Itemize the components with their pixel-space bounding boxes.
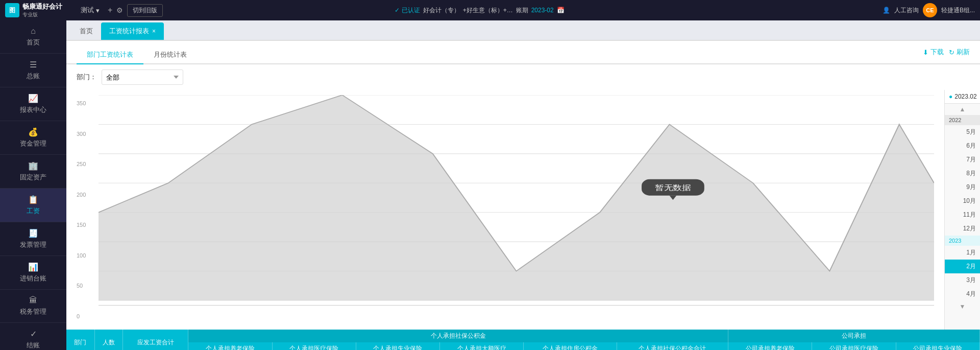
header-user: 👤 人工咨询 CE 轻捷通B组... — [883, 3, 975, 17]
month-sep[interactable]: 9月 — [945, 180, 980, 194]
sub-col-4: 个人承担住房公积金 — [524, 342, 617, 350]
salary-icon: 📋 — [28, 195, 38, 204]
gear-icon[interactable]: ⚙ — [116, 6, 123, 14]
tab-close-icon[interactable]: × — [152, 28, 156, 35]
y-label-100: 100 — [77, 252, 94, 259]
date-panel: ● 2023.02 ▲ 2022 5月 6月 7月 8月 9月 10月 11月 … — [944, 90, 980, 330]
date-nav-up[interactable]: ▲ — [945, 104, 980, 115]
date-dot: ● — [949, 93, 952, 100]
page-content: 部门工资统计表 月份统计表 ⬇ 下载 ↻ 刷新 部门： — [66, 41, 980, 350]
toolbar-right: ⬇ 下载 ↻ 刷新 — [923, 48, 970, 57]
y-label-150: 150 — [77, 222, 94, 228]
month-mar-2023[interactable]: 3月 — [945, 273, 980, 287]
home-icon: ⌂ — [31, 27, 36, 36]
sidebar-item-settle[interactable]: ✓ 结账 — [0, 323, 66, 350]
dept-label: 部门： — [77, 73, 96, 82]
sidebar-label-tax: 税务管理 — [20, 307, 46, 316]
ai-consult-label[interactable]: 人工咨询 — [894, 6, 919, 15]
tab-bar: 首页 工资统计报表 × — [66, 20, 980, 41]
sidebar-item-home[interactable]: ⌂ 首页 — [0, 20, 66, 54]
sidebar-label-ledger: 总账 — [27, 72, 40, 81]
sidebar-item-funds[interactable]: 💰 资金管理 — [0, 121, 66, 155]
invoice-icon: 🧾 — [28, 228, 38, 238]
sidebar-label-settle: 结账 — [27, 341, 40, 350]
sub-tab-dept[interactable]: 部门工资统计表 — [77, 46, 143, 64]
tab-salary-report[interactable]: 工资统计报表 × — [101, 22, 164, 40]
col-headcount: 人数 — [94, 330, 123, 350]
sidebar-item-ledger[interactable]: ☰ 总账 — [0, 54, 66, 87]
sub-col-5: 个人承担社保公积金合计 — [617, 342, 728, 350]
header-tabs: 测试 ▾ + ⚙ 切到旧版 — [71, 4, 395, 17]
sidebar-item-invoice[interactable]: 🧾 发票管理 — [0, 222, 66, 256]
avatar: CE — [923, 3, 937, 17]
dept-select[interactable]: 全部 销售部 财务部 行政部 — [102, 69, 183, 85]
toolbar-left: 部门： 全部 销售部 财务部 行政部 — [77, 69, 183, 85]
sub-col-7: 公司承担医疗保险 — [812, 342, 896, 350]
footer-table: 部门 人数 应发工资合计 个人承担社保公积金 — [66, 330, 980, 350]
month-apr-2023[interactable]: 4月 — [945, 287, 980, 301]
sidebar-label-invoice: 发票管理 — [20, 240, 46, 249]
tab-label: 测试 — [81, 6, 94, 15]
refresh-btn[interactable]: ↻ 刷新 — [949, 48, 970, 57]
month-feb-2023-active[interactable]: 2月 — [945, 260, 980, 273]
sidebar-label-salary: 工资 — [27, 206, 40, 216]
tab-home[interactable]: 首页 — [71, 22, 101, 40]
col-personal-group: 个人承担社保公积金 — [188, 330, 728, 342]
sidebar-item-salary[interactable]: 📋 工资 — [0, 189, 66, 222]
refresh-icon: ↻ — [949, 49, 954, 56]
main-layout: ⌂ 首页 ☰ 总账 📈 报表中心 💰 资金管理 🏢 固定资产 📋 工资 🧾 发票… — [0, 20, 980, 350]
date-nav-down[interactable]: ▼ — [945, 301, 980, 312]
month-oct[interactable]: 10月 — [945, 194, 980, 208]
good-accounting-label: 好会计（专） — [423, 6, 460, 15]
month-nov[interactable]: 11月 — [945, 208, 980, 222]
sidebar-item-reports[interactable]: 📈 报表中心 — [0, 87, 66, 121]
sub-col-1: 个人承担医疗保险 — [272, 342, 356, 350]
sub-col-2: 个人承担失业保险 — [356, 342, 439, 350]
ledger-icon: ☰ — [30, 60, 37, 69]
date-value: 2023.02 — [954, 93, 976, 100]
user-name[interactable]: 轻捷通B组... — [941, 6, 975, 15]
chart-right-wrapper: 350 300 250 200 150 100 50 0 — [66, 90, 980, 330]
y-label-350: 350 — [77, 100, 94, 106]
period-label: 账期 — [516, 6, 528, 15]
tooltip-text: 暂无数据 — [655, 184, 691, 192]
month-jul[interactable]: 7月 — [945, 153, 980, 167]
col-total-salary: 应发工资合计 — [123, 330, 188, 350]
month-jan-2023[interactable]: 1月 — [945, 246, 980, 260]
sidebar-item-sales[interactable]: 📊 进销台账 — [0, 256, 66, 290]
month-jun[interactable]: 6月 — [945, 139, 980, 153]
sidebar-label-sales: 进销台账 — [20, 274, 46, 283]
funds-icon: 💰 — [28, 127, 38, 137]
chart-container: 暂无数据 — [99, 95, 934, 324]
y-axis: 350 300 250 200 150 100 50 0 — [77, 95, 94, 324]
col-dept: 部门 — [66, 330, 94, 350]
month-dec[interactable]: 12月 — [945, 222, 980, 236]
tax-icon: 🏛 — [29, 296, 37, 305]
y-label-200: 200 — [77, 192, 94, 198]
sub-tab-month[interactable]: 月份统计表 — [143, 46, 197, 64]
toolbar: 部门： 全部 销售部 财务部 行政部 — [66, 64, 980, 90]
sub-col-0: 个人承担养老保险 — [188, 342, 272, 350]
sidebar-item-assets[interactable]: 🏢 固定资产 — [0, 155, 66, 189]
sub-tabs: 部门工资统计表 月份统计表 — [66, 41, 207, 63]
sidebar-item-tax[interactable]: 🏛 税务管理 — [0, 290, 66, 323]
top-header: 图 畅康通好会计 专业版 测试 ▾ + ⚙ 切到旧版 ✓ 已认证 好会计（专） … — [0, 0, 980, 20]
add-icon[interactable]: + — [108, 6, 112, 15]
certified-badge: ✓ 已认证 — [395, 6, 420, 15]
calendar-icon[interactable]: 📅 — [557, 7, 565, 14]
content-area: 首页 工资统计报表 × 部门工资统计表 月份统计表 ⬇ 下载 — [66, 20, 980, 350]
salary-table: 部门 人数 应发工资合计 个人承担社保公积金 — [66, 330, 980, 350]
download-btn[interactable]: ⬇ 下载 — [923, 48, 944, 57]
switch-old-btn[interactable]: 切到旧版 — [127, 4, 163, 17]
header-tab-test[interactable]: 测试 ▾ — [77, 4, 104, 17]
year-2022-label: 2022 — [945, 115, 980, 125]
sidebar-label-reports: 报表中心 — [20, 105, 46, 114]
month-aug[interactable]: 8月 — [945, 167, 980, 180]
month-may[interactable]: 5月 — [945, 125, 980, 139]
y-label-50: 50 — [77, 283, 94, 289]
chart-area: 350 300 250 200 150 100 50 0 — [66, 90, 944, 330]
sidebar: ⌂ 首页 ☰ 总账 📈 报表中心 💰 资金管理 🏢 固定资产 📋 工资 🧾 发票… — [0, 20, 66, 350]
logo-icon: 图 — [5, 3, 19, 17]
tab-salary-label: 工资统计报表 — [109, 27, 149, 36]
sidebar-label-funds: 资金管理 — [20, 139, 46, 148]
